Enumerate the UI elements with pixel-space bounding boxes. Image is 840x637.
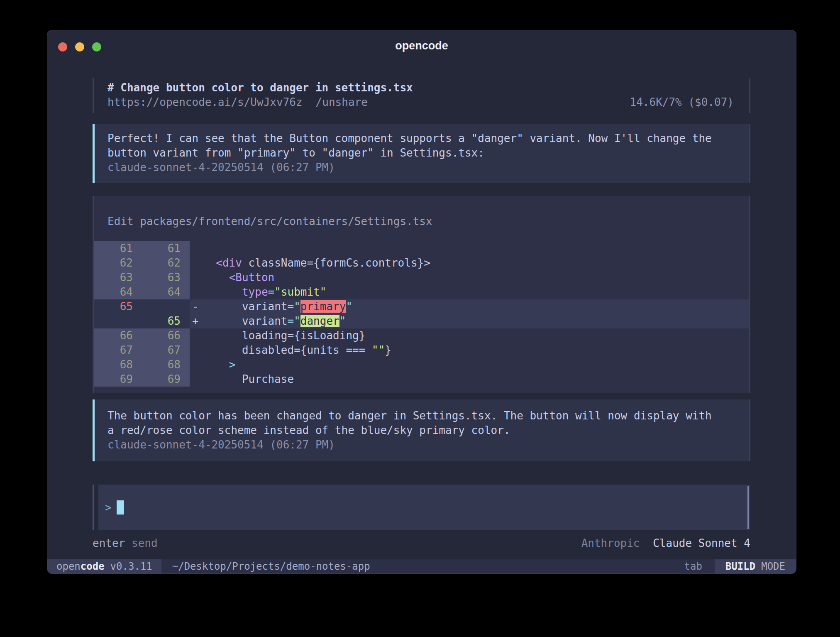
code-token bbox=[203, 286, 242, 298]
diff-new-line-number: 69 bbox=[142, 372, 190, 387]
diff-new-line-number: 62 bbox=[142, 256, 190, 270]
diff-old-line-number: 66 bbox=[94, 328, 142, 343]
diff-row: 65- variant="primary" bbox=[94, 299, 749, 314]
diff-row: 6666 loading={isLoading} bbox=[94, 328, 749, 343]
assistant-message: Perfect! I can see that the Button compo… bbox=[93, 124, 750, 183]
main-content: # Change button color to danger in setti… bbox=[47, 78, 796, 551]
code-token: " bbox=[346, 300, 352, 313]
window-title: opencode bbox=[47, 39, 796, 52]
diff-row: 6363 <Button bbox=[94, 270, 749, 285]
prompt-input-block: > bbox=[93, 485, 750, 530]
diff-code-line: - variant="primary" bbox=[190, 299, 749, 314]
code-token: disabled={units bbox=[242, 344, 346, 356]
edit-tool-title: Edit packages/frontend/src/containers/Se… bbox=[107, 214, 749, 229]
diff-new-line-number: 64 bbox=[142, 285, 190, 299]
code-token: "" bbox=[365, 344, 385, 356]
code-token: " bbox=[339, 315, 346, 327]
diff-code-line: loading={isLoading} bbox=[190, 328, 749, 343]
diff-code-line bbox=[190, 241, 749, 256]
code-token: <div bbox=[216, 257, 242, 269]
code-token bbox=[203, 344, 242, 356]
input-scrollbar[interactable] bbox=[747, 486, 749, 529]
assistant-message: The button color has been changed to dan… bbox=[93, 399, 750, 461]
share-url: https://opencode.ai/s/UwJxv76z bbox=[107, 95, 303, 110]
diff-code-line: Purchase bbox=[190, 372, 749, 387]
code-token: <Button bbox=[229, 271, 275, 284]
diff-old-line-number: 69 bbox=[94, 372, 142, 387]
diff-old-line-number: 61 bbox=[94, 241, 142, 256]
app-version-chip: opencode v0.3.11 bbox=[47, 559, 161, 573]
edit-tool-card: Edit packages/frontend/src/containers/Se… bbox=[93, 196, 750, 393]
model-timestamp: claude-sonnet-4-20250514 (06:27 PM) bbox=[107, 438, 749, 452]
code-token bbox=[203, 315, 242, 327]
code-token bbox=[203, 358, 229, 371]
send-action-label: send bbox=[132, 537, 158, 549]
diff-old-line-number: 62 bbox=[94, 256, 142, 270]
diff-code-line: type="submit" bbox=[190, 285, 749, 299]
model-indicator: Anthropic Claude Sonnet 4 bbox=[581, 536, 750, 551]
enter-key-label: enter bbox=[93, 537, 125, 549]
diff-row: 6161 bbox=[94, 241, 749, 256]
hint-footer: enter send Anthropic Claude Sonnet 4 bbox=[93, 536, 750, 551]
statusbar-spacer bbox=[370, 559, 684, 573]
code-token: = bbox=[268, 286, 275, 298]
unshare-command: /unshare bbox=[316, 95, 368, 110]
brand-code-label: code bbox=[81, 561, 105, 572]
code-token bbox=[203, 373, 242, 385]
code-token: "submit" bbox=[274, 286, 326, 298]
code-token: Purchase bbox=[242, 373, 294, 385]
message-text-line: Perfect! I can see that the Button compo… bbox=[107, 131, 749, 146]
diff-row: 6767 disabled={units === ""} bbox=[94, 343, 749, 358]
diff-row: 6262 <div className={formCs.controls}> bbox=[94, 256, 749, 270]
code-token bbox=[203, 257, 216, 269]
diff-row: 6969 Purchase bbox=[94, 372, 749, 387]
diff-new-line-number: 66 bbox=[142, 328, 190, 343]
input-left-rule bbox=[93, 485, 94, 530]
model-timestamp: claude-sonnet-4-20250514 (06:27 PM) bbox=[107, 160, 749, 175]
diff-old-line-number: 64 bbox=[94, 285, 142, 299]
brand-open-label: open bbox=[56, 561, 81, 572]
message-text-line: a red/rose color scheme instead of the b… bbox=[107, 423, 749, 438]
diff-old-line-number: 65 bbox=[94, 299, 142, 314]
diff-new-line-number: 68 bbox=[142, 358, 190, 372]
removed-line-marker: - bbox=[192, 299, 199, 314]
diff-view: 61616262 <div className={formCs.controls… bbox=[94, 241, 749, 387]
text-cursor bbox=[117, 500, 124, 514]
code-token: danger bbox=[300, 315, 339, 327]
session-title: # Change button color to danger in setti… bbox=[107, 81, 749, 95]
status-bar: opencode v0.3.11 ~/Desktop/Projects/demo… bbox=[47, 559, 796, 573]
code-token: primary bbox=[300, 300, 346, 313]
code-token: } bbox=[385, 344, 391, 356]
diff-row: 65+ variant="danger" bbox=[94, 314, 749, 328]
mode-primary-label: BUILD bbox=[725, 561, 755, 572]
provider-label: Anthropic bbox=[581, 537, 640, 549]
diff-new-line-number: 65 bbox=[142, 314, 190, 328]
context-stats: 14.6K/7% ($0.07) bbox=[630, 95, 734, 110]
diff-row: 6464 type="submit" bbox=[94, 285, 749, 299]
session-header: # Change button color to danger in setti… bbox=[93, 78, 750, 113]
title-bar: opencode bbox=[47, 30, 796, 60]
model-name-label: Claude Sonnet 4 bbox=[653, 537, 750, 549]
added-line-marker: + bbox=[192, 314, 199, 328]
prompt-input[interactable]: > bbox=[98, 485, 750, 530]
code-token: variant bbox=[242, 315, 288, 327]
diff-old-line-number: 68 bbox=[94, 358, 142, 372]
code-token: > bbox=[229, 358, 236, 371]
mode-chip[interactable]: BUILD MODE bbox=[715, 559, 796, 573]
diff-code-line: + variant="danger" bbox=[190, 314, 749, 328]
version-label: v0.3.11 bbox=[110, 561, 152, 572]
working-directory: ~/Desktop/Projects/demo-notes-app bbox=[172, 561, 370, 572]
diff-code-line: <div className={formCs.controls}> bbox=[190, 256, 749, 270]
diff-new-line-number: 61 bbox=[142, 241, 190, 256]
code-token bbox=[203, 300, 242, 313]
app-window: opencode # Change button color to danger… bbox=[47, 30, 796, 574]
diff-old-line-number: 63 bbox=[94, 270, 142, 285]
code-token bbox=[203, 271, 229, 284]
code-token: === bbox=[346, 344, 365, 356]
diff-new-line-number: 67 bbox=[142, 343, 190, 358]
code-token: variant bbox=[242, 300, 288, 313]
code-token bbox=[203, 329, 242, 342]
prompt-symbol: > bbox=[105, 501, 112, 514]
diff-code-line: <Button bbox=[190, 270, 749, 285]
tab-key-hint[interactable]: tab bbox=[684, 561, 702, 572]
